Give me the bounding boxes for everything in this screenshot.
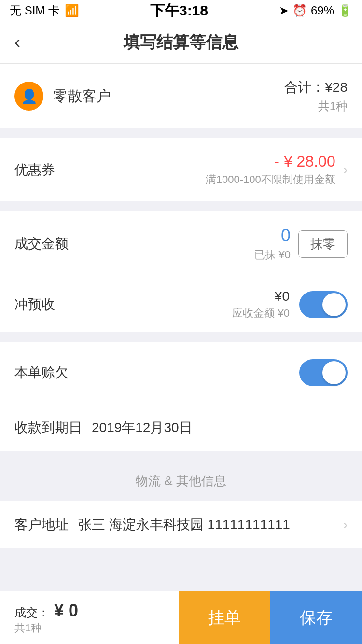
- bottom-left: 成交： ¥ 0 共1种: [0, 601, 179, 635]
- bottom-bar: 成交： ¥ 0 共1种 挂单 保存: [0, 591, 362, 644]
- status-time: 下午3:18: [150, 1, 208, 21]
- transaction-label: 成交金额: [14, 235, 69, 253]
- duedate-value: 2019年12月30日: [92, 419, 193, 437]
- nav-bar: ‹ 填写结算等信息: [0, 21, 362, 64]
- bottom-deal-row: 成交： ¥ 0: [14, 601, 164, 621]
- coupon-value: - ¥ 28.00 满1000-100不限制使用金额: [206, 153, 335, 187]
- logistics-title: 物流 & 其他信息: [126, 473, 236, 490]
- back-button[interactable]: ‹: [14, 32, 20, 53]
- logistics-line-right: [236, 481, 348, 481]
- address-chevron: ›: [343, 517, 348, 532]
- wifi-icon: 📶: [65, 4, 79, 17]
- round-button[interactable]: 抹零: [298, 230, 348, 258]
- arrears-section: 本单赊欠 收款到期日 2019年12月30日: [0, 342, 362, 451]
- transaction-section: 成交金额 0 已抹 ¥0 抹零 冲预收 ¥0 应收金额 ¥0: [0, 211, 362, 332]
- logistics-section: 物流 & 其他信息 客户地址 张三 海淀永丰科技园 11111111111 ›: [0, 461, 362, 548]
- chong-amount: ¥0: [232, 289, 290, 304]
- arrears-label: 本单赊欠: [14, 364, 69, 382]
- duedate-label: 收款到期日: [14, 419, 82, 437]
- chong-values: ¥0 应收金额 ¥0: [232, 289, 290, 321]
- battery-label: 69%: [311, 4, 334, 17]
- customer-avatar: 👤: [14, 82, 43, 111]
- coupon-section: 优惠券 - ¥ 28.00 满1000-100不限制使用金额 ›: [0, 138, 362, 201]
- customer-total: 合计：¥28: [284, 78, 348, 97]
- battery-icon: 🔋: [338, 4, 352, 17]
- save-button[interactable]: 保存: [270, 591, 362, 644]
- location-icon: ➤: [279, 4, 289, 17]
- coupon-desc: 满1000-100不限制使用金额: [206, 172, 335, 187]
- transaction-right: 0 已抹 ¥0 抹零: [254, 225, 348, 262]
- avatar-icon: 👤: [21, 88, 38, 104]
- logistics-line-left: [14, 481, 126, 481]
- arrears-toggle[interactable]: [299, 359, 348, 386]
- transaction-value-group: 0 已抹 ¥0: [254, 225, 291, 262]
- customer-right: 合计：¥28 共1种: [284, 78, 348, 114]
- status-left: 无 SIM 卡 📶: [10, 3, 79, 18]
- coupon-right: - ¥ 28.00 满1000-100不限制使用金额 ›: [206, 153, 348, 187]
- status-bar: 无 SIM 卡 📶 下午3:18 ➤ ⏰ 69% 🔋: [0, 0, 362, 21]
- customer-section: 👤 零散客户 合计：¥28 共1种: [0, 64, 362, 128]
- address-row[interactable]: 客户地址 张三 海淀永丰科技园 11111111111 ›: [0, 501, 362, 548]
- page-title: 填写结算等信息: [124, 31, 238, 54]
- main-content: 👤 零散客户 合计：¥28 共1种 优惠券 - ¥ 28.00 满1000-10…: [0, 64, 362, 606]
- address-value: 张三 海淀永丰科技园 11111111111: [78, 516, 343, 534]
- bottom-deal-label: 成交：: [14, 605, 49, 620]
- chong-label: 冲预收: [14, 295, 55, 314]
- chong-right: ¥0 应收金额 ¥0: [232, 289, 348, 321]
- chong-toggle-knob: [322, 293, 346, 316]
- alarm-icon: ⏰: [292, 4, 307, 17]
- arrears-toggle-knob: [322, 361, 346, 384]
- address-label: 客户地址: [14, 516, 69, 534]
- duedate-row: 收款到期日 2019年12月30日: [0, 404, 362, 451]
- coupon-discount: - ¥ 28.00: [206, 153, 335, 170]
- bottom-deal-amount: ¥ 0: [54, 601, 78, 621]
- chong-yushou-row: 冲预收 ¥0 应收金额 ¥0: [0, 277, 362, 332]
- bottom-count: 共1种: [14, 621, 164, 635]
- customer-count: 共1种: [284, 98, 348, 114]
- customer-name: 零散客户: [53, 86, 111, 106]
- status-right: ➤ ⏰ 69% 🔋: [279, 4, 352, 17]
- coupon-chevron: ›: [343, 162, 348, 178]
- chong-toggle[interactable]: [299, 291, 348, 318]
- logistics-header: 物流 & 其他信息: [0, 461, 362, 501]
- transaction-sub: 已抹 ¥0: [254, 248, 291, 262]
- sim-label: 无 SIM 卡: [10, 3, 60, 18]
- coupon-label: 优惠券: [14, 161, 55, 179]
- transaction-amount[interactable]: 0: [254, 225, 291, 246]
- arrears-row: 本单赊欠: [0, 342, 362, 404]
- customer-left: 👤 零散客户: [14, 82, 111, 111]
- hang-button[interactable]: 挂单: [179, 591, 270, 644]
- transaction-row: 成交金额 0 已抹 ¥0 抹零: [0, 211, 362, 277]
- chong-sub: 应收金额 ¥0: [232, 306, 290, 321]
- coupon-row[interactable]: 优惠券 - ¥ 28.00 满1000-100不限制使用金额 ›: [0, 138, 362, 201]
